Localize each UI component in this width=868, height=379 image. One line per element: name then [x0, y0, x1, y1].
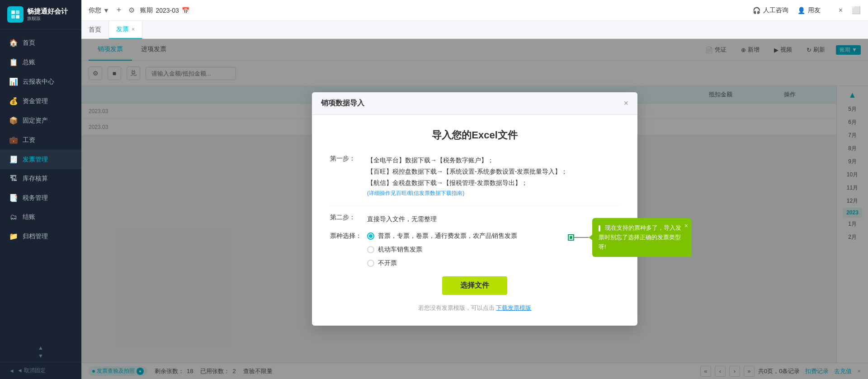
ledger-icon: 📋 [9, 58, 18, 66]
logo-text-block: 畅捷通好会计 旗舰版 [27, 7, 68, 22]
period-value: 2023-03 [156, 7, 179, 14]
sidebar-item-inventory-label: 库存核算 [23, 175, 48, 183]
period-label: 账期 [140, 6, 153, 14]
scroll-down-arrow[interactable]: ▼ [38, 352, 43, 360]
step1-content: 【全电平台】数据下载→【税务数字账户】； 【百旺】税控盘数据下载→【系统设置-系… [367, 155, 567, 199]
sidebar-item-settle-label: 结账 [23, 213, 35, 221]
fund-icon: 💰 [9, 97, 18, 105]
ticket-option-normal[interactable]: 普票，专票，卷票，通行费发票，农产品销售发票 [367, 232, 517, 240]
step1-line2: 【百旺】税控盘数据下载→【系统设置-系统参数设置-发票批量导入】； [367, 166, 567, 177]
sidebar-item-asset-label: 固定资产 [23, 117, 48, 125]
company-selector[interactable]: 你您 ▼ [89, 6, 109, 14]
unpin-icon: ◄ [9, 368, 14, 374]
sidebar-item-inventory[interactable]: 🏗 库存核算 [0, 169, 81, 188]
sidebar-item-tax-label: 税务管理 [23, 194, 48, 202]
step1-hint: (详细操作见百旺/航信发票数据下载指南) [367, 189, 567, 199]
sidebar-item-report[interactable]: 📊 云报表中心 [0, 72, 81, 91]
sidebar-item-settle[interactable]: 🗂 结账 [0, 208, 81, 227]
tooltip-dot-anchor [569, 235, 573, 240]
user-menu[interactable]: 👤 用友 [797, 6, 821, 14]
tooltip-close-button[interactable]: × [684, 221, 688, 231]
ticket-motor-label: 机动车销售发票 [378, 246, 422, 254]
company-name: 你您 [89, 6, 101, 14]
report-icon: 📊 [9, 77, 18, 86]
radio-motor[interactable] [367, 246, 374, 253]
tab-invoice[interactable]: 发票 × [109, 21, 142, 39]
user-label: 用友 [808, 6, 821, 14]
scroll-up-arrow[interactable]: ▲ [38, 344, 43, 352]
modal-step2: 第二步： 直接导入文件，无需整理 [330, 213, 619, 225]
settings-icon[interactable]: ⚙ [128, 6, 135, 14]
sidebar-item-report-label: 云报表中心 [23, 78, 54, 86]
sidebar-item-archive-label: 归档管理 [23, 232, 48, 241]
tooltip-bubble: × 现在支持的票种多了，导入发票时别忘了选择正确的发票类型呀! [592, 218, 692, 257]
window-close-button[interactable]: × [839, 6, 843, 14]
download-template-link[interactable]: 下载发票模版 [496, 304, 531, 311]
ticket-normal-label: 普票，专票，卷票，通行费发票，农产品销售发票 [378, 232, 517, 240]
modal-header: 销项数据导入 × [312, 92, 637, 115]
add-button[interactable]: + [115, 5, 123, 15]
invoice-icon: 🧾 [9, 155, 18, 164]
modal-body: 导入您的Excel文件 第一步： 【全电平台】数据下载→【税务数字账户】； 【百… [312, 115, 637, 326]
tab-invoice-label: 发票 [116, 25, 129, 33]
step1-guide-link[interactable]: (详细操作见百旺/航信发票数据下载指南) [367, 190, 464, 196]
salary-icon: 💼 [9, 136, 18, 144]
sidebar-item-ledger-label: 总账 [23, 58, 35, 66]
select-file-button[interactable]: 选择文件 [442, 276, 507, 295]
logo-icon [7, 6, 24, 23]
topbar: 你您 ▼ + ⚙ 账期 2023-03 📅 🎧 人工咨询 👤 用友 × [81, 0, 868, 21]
sidebar-item-fund-label: 资金管理 [23, 97, 48, 105]
sidebar-item-invoice-label: 发票管理 [23, 156, 48, 164]
user-icon: 👤 [797, 7, 805, 14]
ticket-option-noticket[interactable]: 不开票 [367, 259, 517, 267]
sidebar-unpin[interactable]: ◄ ◄ 取消固定 [0, 362, 81, 379]
sidebar-item-fund[interactable]: 💰 资金管理 [0, 91, 81, 111]
footer-note-prefix: 若您没有发票模版，可以点击 [418, 304, 495, 311]
calendar-icon[interactable]: 📅 [182, 7, 189, 14]
import-modal: 销项数据导入 × 导入您的Excel文件 第一步： 【全电平台】数据下载→【税务… [312, 92, 637, 326]
sidebar-item-ledger[interactable]: 📋 总账 [0, 52, 81, 72]
sidebar-item-home[interactable]: 🏠 首页 [0, 33, 81, 52]
content-area: 销项发票 进项发票 📄 凭证 ⊕ 新增 ▶ [81, 39, 868, 379]
step1-line1: 【全电平台】数据下载→【税务数字账户】； [367, 155, 567, 166]
sidebar-logo: 畅捷通好会计 旗舰版 [0, 0, 81, 29]
svg-rect-1 [16, 10, 19, 14]
modal-close-button[interactable]: × [623, 99, 628, 108]
step2-label: 第二步： [330, 213, 362, 222]
main-area: 你您 ▼ + ⚙ 账期 2023-03 📅 🎧 人工咨询 👤 用友 × [81, 0, 868, 379]
ticket-select-label: 票种选择： [330, 232, 362, 240]
sidebar-scroll: ▲ ▼ [0, 342, 81, 362]
step2-content: 直接导入文件，无需整理 [367, 213, 437, 225]
sidebar-item-home-label: 首页 [23, 39, 35, 47]
asset-icon: 📦 [9, 116, 18, 125]
step2-text: 直接导入文件，无需整理 [367, 215, 437, 223]
home-icon: 🏠 [9, 38, 18, 47]
sidebar-item-tax[interactable]: 📑 税务管理 [0, 188, 81, 208]
logo-name: 畅捷通好会计 [27, 7, 68, 15]
support-button[interactable]: 🎧 人工咨询 [753, 6, 788, 14]
window-maximize-button[interactable]: ⬜ [852, 6, 861, 14]
tab-invoice-close[interactable]: × [132, 26, 135, 33]
sidebar-item-asset[interactable]: 📦 固定资产 [0, 111, 81, 130]
radio-noticket[interactable] [367, 260, 374, 267]
topbar-right: 🎧 人工咨询 👤 用友 × ⬜ [753, 6, 861, 14]
tax-icon: 📑 [9, 194, 18, 202]
sidebar-nav: 🏠 首页 📋 总账 📊 云报表中心 💰 资金管理 📦 固定资产 💼 工资 [0, 29, 81, 342]
ticket-noticket-label: 不开票 [378, 259, 397, 267]
headphone-icon: 🎧 [753, 7, 760, 14]
modal-step1: 第一步： 【全电平台】数据下载→【税务数字账户】； 【百旺】税控盘数据下载→【系… [330, 155, 619, 199]
sidebar-item-archive[interactable]: 📁 归档管理 [0, 227, 81, 246]
radio-normal[interactable] [367, 232, 374, 240]
modal-divider [330, 206, 619, 206]
tab-home[interactable]: 首页 [81, 21, 109, 39]
tooltip-connector [574, 237, 589, 238]
modal-title: 销项数据导入 [321, 99, 364, 108]
ticket-option-motor[interactable]: 机动车销售发票 [367, 246, 517, 254]
step1-line3: 【航信】金税盘数据下载→【报税管理-发票数据导出】； [367, 177, 567, 189]
tooltip-indicator [599, 225, 600, 232]
sidebar-item-invoice[interactable]: 🧾 发票管理 [0, 150, 81, 169]
svg-rect-3 [16, 15, 19, 19]
sidebar-item-salary[interactable]: 💼 工资 [0, 130, 81, 150]
step1-label: 第一步： [330, 155, 362, 163]
inventory-icon: 🏗 [9, 175, 18, 183]
